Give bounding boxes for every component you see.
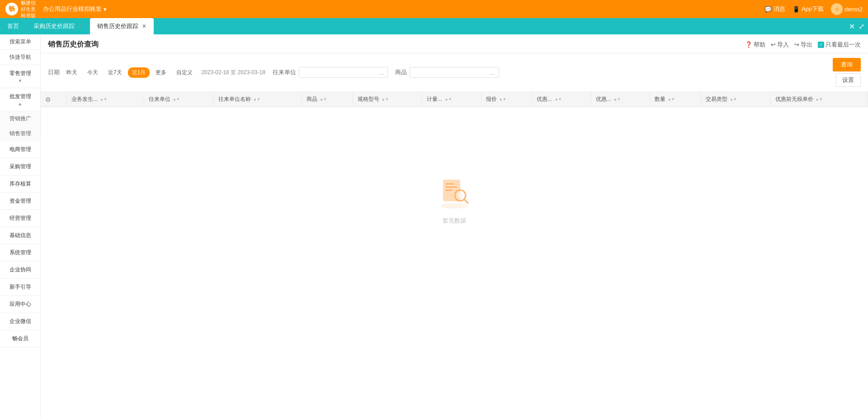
sidebar-search[interactable]: 搜索菜单: [0, 34, 40, 50]
sidebar-item-sales[interactable]: 销售管理: [0, 126, 40, 141]
empty-illustration: [434, 171, 475, 211]
filter-bar: 日期 昨天 今天 近7天 近1月 更多 自定义 2023-02-18 至 202…: [41, 53, 868, 92]
partner-search-icon[interactable]: ...: [379, 69, 384, 76]
sidebar-system-label: 系统管理: [9, 249, 31, 256]
col-partner-code[interactable]: 往来单位 ▲▼: [144, 92, 213, 107]
app-download-btn[interactable]: 📱 App下载: [793, 5, 824, 13]
chevron-retail-icon: ▼: [18, 78, 23, 83]
export-btn[interactable]: ↪ 导出: [794, 41, 812, 49]
sort-biz-date-icon: ▲▼: [100, 98, 107, 101]
sidebar-guide-label: 新手引导: [9, 283, 31, 291]
sidebar-item-ecommerce[interactable]: 电商管理: [0, 141, 40, 158]
page-title: 销售历史价查询: [48, 40, 99, 49]
date-btn-7days[interactable]: 近7天: [104, 67, 126, 78]
sidebar-finance-label: 资金管理: [9, 197, 31, 205]
import-icon: ↩: [771, 41, 776, 48]
col-settings[interactable]: ⚙: [41, 92, 66, 107]
sidebar-ecommerce-label: 电商管理: [9, 146, 31, 153]
sidebar-item-system[interactable]: 系统管理: [0, 244, 40, 261]
col-product[interactable]: 商品 ▲▼: [302, 92, 353, 107]
col-biz-date[interactable]: 业务发生... ▲▼: [66, 92, 144, 107]
import-btn[interactable]: ↩ 导入: [771, 41, 789, 49]
table-settings-icon[interactable]: ⚙: [45, 96, 51, 103]
sidebar-quick-nav[interactable]: 快捷导航: [0, 50, 40, 65]
sort-spec-icon: ▲▼: [382, 98, 389, 101]
sidebar-item-marketing[interactable]: 营销推广: [0, 111, 40, 126]
sidebar-inventory-label: 库存核算: [9, 180, 31, 188]
col-spec[interactable]: 规格型号 ▲▼: [353, 92, 422, 107]
close-window-btn[interactable]: ✕: [849, 22, 855, 31]
col-partner-name[interactable]: 往来单位名称 ▲▼: [213, 92, 302, 107]
chevron-down-icon: ▾: [104, 6, 107, 13]
sidebar-member-label: 畅会员: [12, 335, 28, 342]
sort-discount2-icon: ▲▼: [613, 98, 621, 101]
tab-sales-history-close[interactable]: ✕: [142, 23, 146, 29]
sidebar-item-enterprise[interactable]: 企业协同: [0, 261, 40, 279]
tab-home[interactable]: 首页: [0, 18, 26, 34]
sidebar-item-member[interactable]: 畅会员: [0, 330, 40, 347]
product-input[interactable]: [414, 69, 490, 76]
tab-purchase-history[interactable]: 采购历史价跟踪 ✕: [26, 18, 90, 34]
message-btn[interactable]: 💬 消息: [764, 5, 785, 13]
col-quantity[interactable]: 数量 ▲▼: [650, 92, 701, 107]
tab-bar: 首页 采购历史价跟踪 ✕ 销售历史价跟踪 ✕ ✕ ⤢: [0, 18, 868, 34]
sidebar-item-retail[interactable]: 零售管理 ▼: [0, 65, 40, 88]
partner-input[interactable]: [303, 69, 379, 76]
sidebar-item-wholesale[interactable]: 批发管理 ▲: [0, 88, 40, 111]
date-btn-more[interactable]: 更多: [151, 67, 170, 78]
help-btn[interactable]: ❓ 帮助: [745, 41, 765, 49]
maximize-window-btn[interactable]: ⤢: [859, 22, 864, 31]
product-label: 商品: [395, 68, 407, 76]
col-trade-type[interactable]: 交易类型 ▲▼: [701, 92, 770, 107]
sort-quantity-icon: ▲▼: [668, 98, 675, 101]
col-quote[interactable]: 报价 ▲▼: [481, 92, 532, 107]
tab-sales-history[interactable]: 销售历史价跟踪 ✕: [90, 18, 154, 34]
date-btn-1month[interactable]: 近1月: [128, 67, 150, 78]
date-label: 日期: [48, 68, 60, 76]
product-input-wrap: ...: [410, 67, 499, 78]
date-btn-yesterday[interactable]: 昨天: [62, 67, 81, 78]
sidebar-item-operations[interactable]: 经营管理: [0, 210, 40, 227]
main-layout: 搜索菜单 快捷导航 零售管理 ▼ 批发管理 ▲ 营销推广 销售管理 电商管理 采…: [0, 34, 868, 418]
app-selector[interactable]: 办公用品行业模拟账套 ▾: [39, 5, 110, 13]
col-discount2[interactable]: 优惠... ▲▼: [591, 92, 650, 107]
page-header: 销售历史价查询 ❓ 帮助 ↩ 导入 ↪ 导出 ✓: [41, 34, 868, 53]
sidebar-operations-label: 经营管理: [9, 214, 31, 222]
sidebar-appcenter-label: 应用中心: [9, 300, 31, 308]
sort-product-icon: ▲▼: [320, 98, 327, 101]
col-discount1[interactable]: 优惠... ▲▼: [532, 92, 591, 107]
date-range-display: 2023-02-18 至 2023-03-18: [201, 69, 265, 76]
sidebar-item-guide[interactable]: 新手引导: [0, 279, 40, 296]
col-unit[interactable]: 计量... ▲▼: [422, 92, 481, 107]
empty-text: 暂无数据: [443, 217, 466, 225]
top-bar: 畅 畅捷信 好生意 标准版 办公用品行业模拟账套 ▾ 💬 消息 📱 App下载 …: [0, 0, 868, 18]
sidebar-wholesale-label: 批发管理: [9, 93, 31, 100]
sidebar-item-finance[interactable]: 资金管理: [0, 193, 40, 210]
user-area[interactable]: d demo2: [831, 3, 863, 15]
top-bar-left: 畅 畅捷信 好生意 标准版 办公用品行业模拟账套 ▾: [5, 0, 110, 19]
sidebar-enterprise-label: 企业协同: [9, 266, 31, 274]
sort-trade-type-icon: ▲▼: [730, 98, 737, 101]
date-btn-today[interactable]: 今天: [83, 67, 102, 78]
sidebar-wechat-label: 企业微信: [9, 318, 31, 325]
settings-button[interactable]: 设置: [835, 73, 861, 87]
sidebar-retail-label: 零售管理: [9, 70, 31, 77]
tab-purchase-history-close[interactable]: ✕: [78, 23, 83, 29]
svg-point-6: [457, 192, 463, 199]
sidebar-basic-label: 基础信息: [9, 232, 31, 239]
product-search-icon[interactable]: ...: [490, 69, 495, 76]
logo-icon: 畅: [5, 3, 18, 15]
logo-area: 畅 畅捷信 好生意 标准版: [5, 0, 36, 19]
only-last-checkbox[interactable]: ✓ 只看最后一次: [818, 41, 861, 49]
sidebar-item-appcenter[interactable]: 应用中心: [0, 296, 40, 313]
query-button[interactable]: 查询: [833, 58, 861, 71]
sidebar-item-wechat[interactable]: 企业微信: [0, 313, 40, 330]
partner-label: 往来单位: [273, 68, 296, 76]
date-btn-custom[interactable]: 自定义: [172, 67, 197, 78]
sidebar-item-purchase[interactable]: 采购管理: [0, 158, 40, 176]
sidebar-item-basic[interactable]: 基础信息: [0, 227, 40, 244]
col-pre-tax-price[interactable]: 优惠前无税单价 ▲▼: [770, 92, 868, 107]
sidebar-item-inventory[interactable]: 库存核算: [0, 176, 40, 193]
logo-text: 畅捷信 好生意 标准版: [21, 0, 36, 19]
sort-pre-tax-icon: ▲▼: [816, 98, 823, 101]
